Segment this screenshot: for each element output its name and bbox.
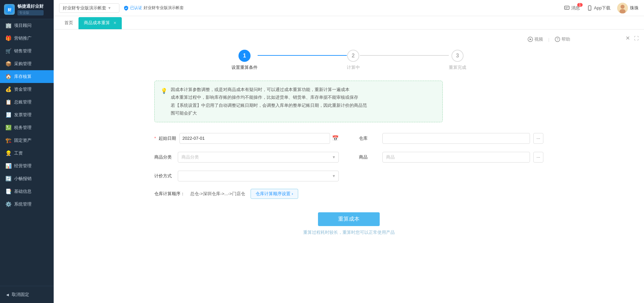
product-label: 商品: [359, 154, 379, 160]
system-icon: ⚙️: [5, 201, 11, 207]
account-name: 好业财专业版演示帐套: [63, 5, 106, 11]
sidebar-item-label: 采购管理: [14, 61, 32, 67]
svg-text:财: 财: [7, 8, 12, 12]
sidebar-item-label: 发票管理: [14, 112, 32, 118]
tab-recalc-label: 商品成本重算: [84, 20, 110, 25]
form-grid: * 起始日期 📅 仓库 ···: [127, 132, 570, 182]
cancel-pin-button[interactable]: ◄ 取消固定: [0, 289, 54, 300]
product-select[interactable]: 商品: [382, 152, 530, 163]
svg-point-6: [621, 5, 625, 9]
warehouse-order-row: 仓库计算顺序： 总仓->深圳仓库->...->门店仓 仓库计算顺序设置 ›: [127, 189, 570, 199]
sidebar-item-label: 销售管理: [14, 48, 32, 54]
recalc-hint: 重算过程耗时较长，重算时您可以正常使用产品: [303, 229, 395, 235]
sidebar-item-assets[interactable]: 🏗️ 固定资产: [0, 134, 54, 147]
tabs-bar: 首页 商品成本重算 ✕: [54, 16, 644, 30]
steps-row: 1 设置重算条件 2 计算中: [231, 50, 466, 71]
step-connector-2: [360, 55, 449, 56]
salary-icon: 👷: [5, 150, 11, 156]
message-icon: [564, 5, 570, 11]
warehouse-order-label: 仓库计算顺序：: [154, 191, 185, 197]
account-selector[interactable]: 好业财专业版演示帐套 ▾: [59, 3, 119, 13]
back-arrow-icon: ◄: [5, 292, 10, 297]
tab-recalc[interactable]: 商品成本重算 ✕: [78, 17, 122, 29]
operation-icon: 📊: [5, 163, 11, 169]
expand-window-button[interactable]: ⛶: [634, 36, 639, 41]
price-method-row: 计价方式 ▾: [154, 170, 339, 182]
messages-button[interactable]: 消息 1: [564, 5, 580, 11]
sidebar-nav: 🏢 项目顾问 🎁 营销推广 🛒 销售管理 📦 采购管理 🏠 库存核算 💰 资金管…: [0, 19, 54, 286]
ledger-icon: 📋: [5, 99, 11, 105]
sidebar: 财 畅捷通好业财 专业版 🏢 项目顾问 🎁 营销推广 🛒 销售管理 📦 采购管理…: [0, 0, 54, 303]
sidebar-item-salary[interactable]: 👷 工资: [0, 147, 54, 160]
tab-close-icon[interactable]: ✕: [113, 21, 116, 25]
warehouse-order-value: 总仓->深圳仓库->...->门店仓: [190, 191, 245, 197]
product-more-button[interactable]: ···: [533, 152, 543, 163]
category-select[interactable]: 商品分类 ▾: [178, 152, 339, 163]
warehouse-more-button[interactable]: ···: [533, 133, 543, 144]
finance-icon: 💰: [5, 86, 11, 92]
main-area: 好业财专业版演示帐套 ▾ 已认证 好业财专业版演示帐套 消息 1: [54, 0, 644, 303]
tax-icon: 💹: [5, 125, 11, 131]
warehouse-order-btn-label: 仓库计算顺序设置: [256, 191, 290, 197]
warehouse-order-arrow-icon: ›: [292, 191, 293, 196]
category-dropdown-icon: ▾: [333, 155, 335, 160]
calendar-icon[interactable]: 📅: [332, 135, 339, 141]
recalculate-button[interactable]: 重算成本: [318, 212, 380, 226]
verified-account-name: 好业财专业版演示帐套: [144, 5, 184, 11]
tab-home[interactable]: 首页: [59, 17, 78, 29]
sidebar-item-marketing[interactable]: 🎁 营销推广: [0, 32, 54, 45]
sidebar-item-basic[interactable]: 📑 基础信息: [0, 185, 54, 198]
sidebar-item-label: 项目顾问: [14, 23, 32, 29]
sidebar-item-system[interactable]: ⚙️ 系统管理: [0, 198, 54, 211]
warehouse-select[interactable]: [382, 133, 530, 144]
avatar: [617, 3, 628, 13]
sidebar-item-label: 基础信息: [14, 188, 32, 194]
step-2-circle: 2: [347, 50, 359, 62]
step-1-circle: 1: [238, 50, 251, 62]
purchase-icon: 📦: [5, 61, 11, 67]
notice-line-4: 围可能会扩大: [171, 109, 367, 117]
app-edition: 专业版: [17, 10, 44, 15]
warehouse-order-settings-button[interactable]: 仓库计算顺序设置 ›: [251, 189, 298, 199]
topbar: 好业财专业版演示帐套 ▾ 已认证 好业财专业版演示帐套 消息 1: [54, 0, 644, 16]
price-method-dropdown-icon: ▾: [333, 173, 335, 178]
price-method-select[interactable]: ▾: [178, 171, 339, 181]
sidebar-item-purchase[interactable]: 📦 采购管理: [0, 57, 54, 70]
notice-line-2: 成本重算过程中，影响库存账的操作均不能操作，比如进货单、销货单、库存单据不能审核…: [171, 93, 367, 101]
sidebar-item-expense[interactable]: 🔄 小畅报销: [0, 172, 54, 185]
sidebar-item-project[interactable]: 🏢 项目顾问: [0, 19, 54, 32]
sidebar-bottom: ◄ 取消固定: [0, 286, 54, 303]
start-date-input[interactable]: [179, 133, 330, 144]
start-date-label: * 起始日期: [154, 135, 176, 141]
sidebar-item-tax[interactable]: 💹 税务管理: [0, 121, 54, 134]
sidebar-item-label: 小畅报销: [14, 176, 32, 182]
sidebar-item-inventory[interactable]: 🏠 库存核算: [0, 70, 54, 83]
svg-rect-2: [565, 6, 569, 9]
price-method-label: 计价方式: [154, 173, 174, 179]
step-2-label: 计算中: [347, 64, 360, 71]
sidebar-item-sales[interactable]: 🛒 销售管理: [0, 45, 54, 57]
category-row: 商品分类 商品分类 ▾: [154, 151, 339, 163]
window-controls: ✕ ⛶: [626, 35, 639, 41]
steps-section: 1 设置重算条件 2 计算中: [127, 40, 570, 74]
sidebar-item-label: 系统管理: [14, 201, 32, 207]
content-area: ✕ ⛶ 视频 | ? 帮助: [54, 30, 644, 303]
sidebar-item-finance[interactable]: 💰 资金管理: [0, 83, 54, 96]
project-icon: 🏢: [5, 23, 11, 29]
required-mark: *: [154, 136, 156, 141]
sidebar-item-operation[interactable]: 📊 经营管理: [0, 160, 54, 172]
user-menu-button[interactable]: 珠珠: [617, 3, 639, 13]
sidebar-item-invoice[interactable]: 🧾 发票管理: [0, 109, 54, 121]
app-download-button[interactable]: App下载: [587, 5, 610, 11]
user-name: 珠珠: [630, 5, 639, 11]
close-window-button[interactable]: ✕: [626, 35, 630, 41]
step-1-number: 1: [243, 53, 246, 59]
svg-point-4: [589, 9, 590, 10]
assets-icon: 🏗️: [5, 137, 11, 143]
phone-icon: [587, 5, 593, 11]
sidebar-item-label: 经营管理: [14, 163, 32, 169]
step-1: 1 设置重算条件: [231, 50, 258, 71]
sidebar-item-label: 库存核算: [14, 74, 32, 80]
sidebar-item-ledger[interactable]: 📋 总账管理: [0, 96, 54, 109]
step-connector-1: [258, 55, 347, 56]
